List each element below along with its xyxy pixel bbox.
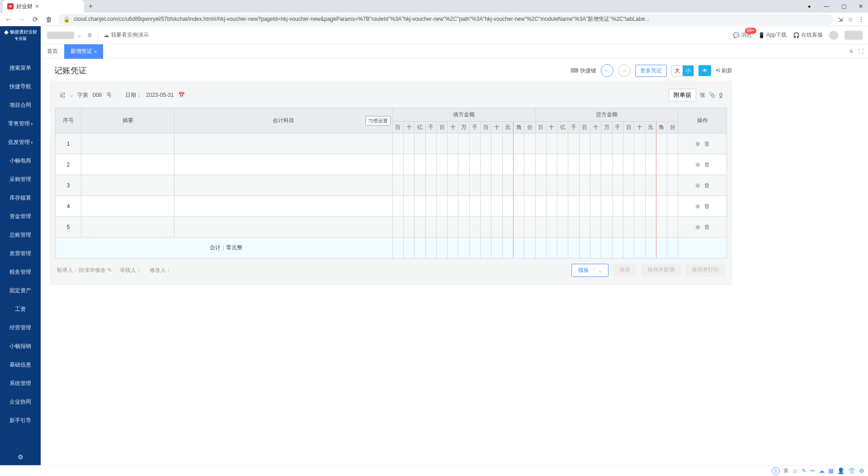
tab-home[interactable]: 首页 bbox=[41, 44, 64, 59]
browser-tab[interactable]: ♥ 好业财 × bbox=[3, 0, 84, 13]
amount-digit-cell[interactable] bbox=[645, 175, 656, 196]
amount-digit-cell[interactable] bbox=[590, 196, 601, 217]
amount-digit-cell[interactable] bbox=[458, 175, 469, 196]
sidebar-settings[interactable]: ⚙ bbox=[0, 449, 41, 465]
amount-digit-cell[interactable] bbox=[469, 133, 480, 154]
amount-digit-cell[interactable] bbox=[491, 154, 502, 175]
sidebar-item[interactable]: 经营管理 bbox=[0, 319, 41, 337]
summary-cell[interactable] bbox=[81, 217, 175, 238]
sidebar-item[interactable]: 企业协同 bbox=[0, 393, 41, 411]
sidebar-item[interactable]: 基础信息 bbox=[0, 356, 41, 374]
amount-digit-cell[interactable] bbox=[557, 154, 568, 175]
messages-button[interactable]: 💬 消息 99+ bbox=[733, 31, 752, 39]
subject-cell[interactable] bbox=[174, 217, 392, 238]
sidebar-item[interactable]: 零售管理▾ bbox=[0, 114, 41, 133]
subject-cell[interactable] bbox=[174, 133, 392, 154]
amount-digit-cell[interactable] bbox=[612, 154, 623, 175]
amount-digit-cell[interactable] bbox=[448, 154, 458, 175]
amount-digit-cell[interactable] bbox=[425, 175, 436, 196]
amount-digit-cell[interactable] bbox=[425, 217, 436, 238]
delete-row-icon[interactable]: 🗑 bbox=[704, 203, 710, 209]
close-window-button[interactable]: ✕ bbox=[855, 3, 866, 10]
amount-digit-cell[interactable] bbox=[436, 196, 447, 217]
sidebar-item[interactable]: 资金管理 bbox=[0, 207, 41, 226]
copy-row-icon[interactable]: ⊕ bbox=[695, 161, 700, 168]
amount-digit-cell[interactable] bbox=[469, 196, 480, 217]
prev-button[interactable]: ← bbox=[601, 64, 613, 77]
amount-digit-cell[interactable] bbox=[448, 175, 458, 196]
amount-digit-cell[interactable] bbox=[502, 175, 513, 196]
delete-row-icon[interactable]: 🗑 bbox=[704, 182, 710, 189]
sidebar-item[interactable]: 库存核算 bbox=[0, 189, 41, 207]
url-input[interactable]: 🔒 cloud.chanjet.com/cc/u6d89qwnryel/57bf… bbox=[58, 14, 833, 25]
sidebar-item[interactable]: 系统管理 bbox=[0, 374, 41, 393]
amount-digit-cell[interactable] bbox=[535, 217, 546, 238]
amount-digit-cell[interactable] bbox=[645, 133, 656, 154]
amount-digit-cell[interactable] bbox=[469, 175, 480, 196]
calendar-icon[interactable]: 📅 bbox=[178, 92, 185, 98]
amount-digit-cell[interactable] bbox=[656, 217, 667, 238]
subject-cell[interactable] bbox=[174, 175, 392, 196]
account-icon[interactable]: ● bbox=[804, 3, 815, 10]
amount-digit-cell[interactable] bbox=[656, 133, 667, 154]
amount-digit-cell[interactable] bbox=[535, 175, 546, 196]
amount-digit-cell[interactable] bbox=[491, 175, 502, 196]
attach-doc-button[interactable]: 附单据 bbox=[669, 89, 696, 101]
amount-digit-cell[interactable] bbox=[436, 217, 447, 238]
sidebar-item[interactable]: 搜索菜单 bbox=[0, 59, 41, 77]
amount-digit-cell[interactable] bbox=[524, 154, 535, 175]
sidebar-item[interactable]: 批发管理▾ bbox=[0, 133, 41, 152]
amount-digit-cell[interactable] bbox=[481, 154, 491, 175]
amount-digit-cell[interactable] bbox=[535, 196, 546, 217]
delete-icon[interactable]: 🗑 bbox=[44, 15, 53, 23]
size-big[interactable]: 大 bbox=[672, 66, 683, 76]
delete-row-icon[interactable]: 🗑 bbox=[704, 224, 710, 230]
amount-digit-cell[interactable] bbox=[546, 133, 557, 154]
voucher-type[interactable]: 记 bbox=[60, 91, 65, 99]
amount-digit-cell[interactable] bbox=[415, 133, 425, 154]
amount-digit-cell[interactable] bbox=[403, 196, 414, 217]
sidebar-item[interactable]: 固定资产 bbox=[0, 281, 41, 300]
amount-digit-cell[interactable] bbox=[568, 196, 579, 217]
amount-digit-cell[interactable] bbox=[546, 175, 557, 196]
amount-digit-cell[interactable] bbox=[392, 196, 403, 217]
amount-digit-cell[interactable] bbox=[601, 196, 612, 217]
voucher-number[interactable]: 008 bbox=[93, 92, 102, 98]
amount-digit-cell[interactable] bbox=[448, 196, 458, 217]
tab-new-voucher[interactable]: 新增凭证 × bbox=[64, 44, 103, 59]
amount-digit-cell[interactable] bbox=[667, 196, 678, 217]
amount-digit-cell[interactable] bbox=[502, 217, 513, 238]
amount-digit-cell[interactable] bbox=[590, 217, 601, 238]
summary-cell[interactable] bbox=[81, 154, 175, 175]
amount-digit-cell[interactable] bbox=[546, 196, 557, 217]
sidebar-item[interactable]: 新手引导 bbox=[0, 411, 41, 430]
amount-digit-cell[interactable] bbox=[415, 196, 425, 217]
amount-digit-cell[interactable] bbox=[612, 217, 623, 238]
amount-digit-cell[interactable] bbox=[623, 196, 634, 217]
save-print-button[interactable]: 保存并打印 bbox=[685, 264, 725, 277]
amount-digit-cell[interactable] bbox=[481, 196, 491, 217]
delete-row-icon[interactable]: 🗑 bbox=[704, 161, 710, 168]
forward-button[interactable]: → bbox=[17, 15, 26, 23]
support-button[interactable]: 🎧 在线客服 bbox=[793, 31, 823, 39]
close-tab-icon[interactable]: × bbox=[94, 49, 97, 54]
amount-digit-cell[interactable] bbox=[601, 175, 612, 196]
copy-row-icon[interactable]: ⊕ bbox=[695, 140, 700, 147]
sidebar-item[interactable]: 总账管理 bbox=[0, 226, 41, 244]
sidebar-item[interactable]: 小畅电商 bbox=[0, 152, 41, 170]
amount-digit-cell[interactable] bbox=[458, 217, 469, 238]
amount-digit-cell[interactable] bbox=[623, 154, 634, 175]
star-icon[interactable]: ☆ bbox=[848, 16, 854, 23]
amount-digit-cell[interactable] bbox=[601, 217, 612, 238]
next-button[interactable]: → bbox=[618, 64, 631, 77]
amount-digit-cell[interactable] bbox=[513, 175, 524, 196]
amount-digit-cell[interactable] bbox=[502, 196, 513, 217]
shortcut-button[interactable]: ⌨ 快捷键 bbox=[571, 67, 596, 75]
amount-digit-cell[interactable] bbox=[557, 196, 568, 217]
amount-digit-cell[interactable] bbox=[623, 133, 634, 154]
amount-digit-cell[interactable] bbox=[425, 196, 436, 217]
amount-digit-cell[interactable] bbox=[481, 217, 491, 238]
amount-digit-cell[interactable] bbox=[601, 133, 612, 154]
sidebar-item[interactable]: 工资 bbox=[0, 300, 41, 319]
copy-row-icon[interactable]: ⊕ bbox=[695, 182, 700, 189]
